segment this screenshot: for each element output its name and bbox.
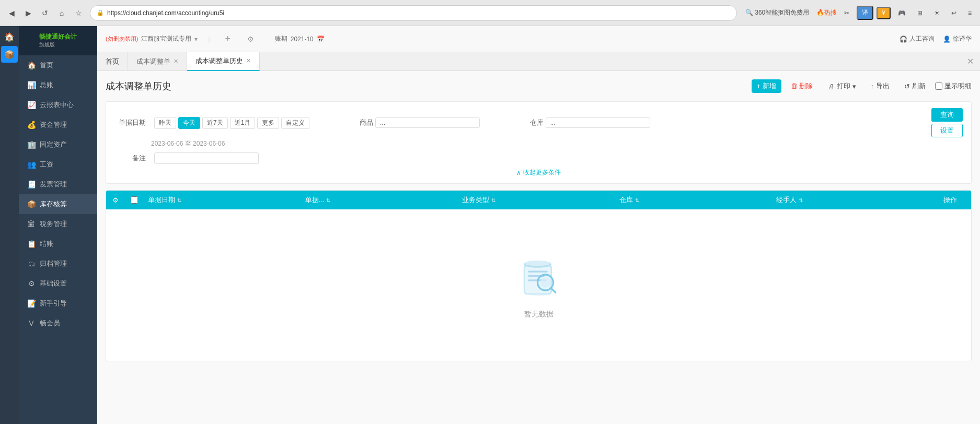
sidebar-item-settings[interactable]: ⚙ 基础设置 bbox=[19, 274, 97, 293]
refresh-button[interactable]: ↺ bbox=[38, 6, 52, 20]
user-name-text: 徐译华 bbox=[953, 34, 972, 43]
company-selector[interactable]: (勿删勿禁用) 江西服宝测试专用 ▾ bbox=[106, 34, 198, 43]
sidebar-item-salary[interactable]: 👥 工资 bbox=[19, 155, 97, 174]
sidebar-item-funds[interactable]: 💰 资金管理 bbox=[19, 115, 97, 135]
menu-btn[interactable]: ≡ bbox=[964, 7, 976, 19]
sidebar-item-label: 资金管理 bbox=[40, 120, 67, 129]
tab-cost-adjust-close[interactable]: ✕ bbox=[174, 58, 178, 65]
th-number[interactable]: 单据... ⇅ bbox=[301, 195, 458, 205]
hot-search-label[interactable]: 🔥热搜 bbox=[816, 8, 837, 17]
sidebar-item-reports[interactable]: 📈 云报表中心 bbox=[19, 95, 97, 115]
add-button[interactable]: + 新增 bbox=[752, 79, 781, 93]
undo-btn[interactable]: ↩ bbox=[947, 7, 961, 19]
show-columns-text: 显示明细 bbox=[944, 81, 972, 91]
export-icon: ↑ bbox=[871, 83, 874, 90]
tab-bar-close-all[interactable]: ✕ bbox=[961, 56, 980, 66]
brightness-btn[interactable]: ☀ bbox=[930, 7, 944, 19]
print-button[interactable]: 🖨 打印 ▾ bbox=[823, 79, 861, 93]
tab-cost-adjust-history-close[interactable]: ✕ bbox=[246, 57, 251, 64]
tab-home[interactable]: 首页 bbox=[97, 52, 128, 71]
sidebar-item-home[interactable]: 🏠 首页 bbox=[19, 55, 97, 75]
sidebar-item-tax[interactable]: 🏛 税务管理 bbox=[19, 214, 97, 234]
date-filter-label: 单据日期 bbox=[114, 118, 146, 127]
th-number-label: 单据... bbox=[305, 195, 325, 205]
sidebar-item-closing[interactable]: 📋 结账 bbox=[19, 234, 97, 254]
export-button[interactable]: ↑ 导出 bbox=[866, 79, 895, 93]
sidebar-item-ledger[interactable]: 📊 总账 bbox=[19, 75, 97, 95]
warehouse-select[interactable]: ... bbox=[546, 117, 650, 128]
search-icon: 🔍 bbox=[745, 9, 753, 16]
gold-btn[interactable]: ¥ bbox=[877, 7, 891, 19]
th-settings[interactable]: ⚙ bbox=[106, 196, 125, 204]
add-tab-button[interactable]: + bbox=[221, 32, 235, 46]
tab-cost-adjust[interactable]: 成本调整单 ✕ bbox=[128, 52, 187, 71]
th-operator-label: 经手人 bbox=[776, 195, 797, 205]
collapse-button[interactable]: ∧ 收起更多条件 bbox=[114, 168, 963, 177]
date-btn-more[interactable]: 更多 bbox=[257, 117, 279, 129]
forward-button[interactable]: ▶ bbox=[21, 6, 36, 20]
topbar-settings-button[interactable]: ⚙ bbox=[244, 32, 258, 46]
show-columns-checkbox[interactable] bbox=[935, 83, 942, 90]
address-bar[interactable]: 🔒 https://cloud.chanjet.com/accounting/u… bbox=[90, 5, 737, 21]
sort-icon-number: ⇅ bbox=[326, 197, 330, 203]
date-button-group: 昨天 今天 近7天 近1月 更多 自定义 bbox=[154, 117, 309, 129]
sidebar-item-label: 云报表中心 bbox=[40, 100, 74, 110]
select-all-checkbox[interactable] bbox=[131, 196, 138, 204]
app-logo-sub: 旗舰版 bbox=[39, 41, 77, 49]
svg-point-10 bbox=[524, 261, 550, 266]
sidebar-item-fixed-assets[interactable]: 🏢 固定资产 bbox=[19, 135, 97, 155]
support-button[interactable]: 🎧 人工咨询 bbox=[900, 34, 935, 43]
query-button[interactable]: 查询 bbox=[931, 108, 963, 122]
salary-icon: 👥 bbox=[27, 160, 36, 169]
topbar-sep1: | bbox=[208, 35, 210, 43]
date-btn-custom[interactable]: 自定义 bbox=[281, 117, 309, 129]
sidebar-item-archive[interactable]: 🗂 归档管理 bbox=[19, 254, 97, 274]
back-button[interactable]: ◀ bbox=[4, 6, 19, 20]
date-btn-yesterday[interactable]: 昨天 bbox=[154, 117, 176, 129]
date-btn-today[interactable]: 今天 bbox=[178, 117, 200, 129]
user-button[interactable]: 👤 徐译华 bbox=[943, 34, 972, 43]
refresh-button[interactable]: ↺ 刷新 bbox=[899, 79, 931, 93]
th-biz-type[interactable]: 业务类型 ⇅ bbox=[458, 195, 615, 205]
app-container: 🏠 📦 畅捷通好会计 旗舰版 🏠 首页 📊 总账 📈 云报表中心 💰 资金管理 … bbox=[0, 26, 980, 424]
delete-button[interactable]: 🗑 删除 bbox=[786, 79, 818, 93]
browser-tools: 🔍 360智能抠图免费用 🔥热搜 ✂ 译 ¥ 🎮 ⊞ ☀ ↩ ≡ bbox=[741, 6, 976, 20]
sidebar-item-inventory[interactable]: 📦 库存核算 bbox=[19, 194, 97, 214]
sidebar-item-vip[interactable]: V 畅会员 bbox=[19, 313, 97, 333]
sidebar-item-invoice[interactable]: 🧾 发票管理 bbox=[19, 174, 97, 194]
sort-icon-warehouse: ⇅ bbox=[635, 197, 639, 203]
guide-icon: 📝 bbox=[27, 299, 36, 308]
sidebar-item-label: 总账 bbox=[40, 80, 53, 90]
grid-btn[interactable]: ⊞ bbox=[913, 7, 927, 19]
closing-icon: 📋 bbox=[27, 240, 36, 248]
remark-input[interactable] bbox=[154, 152, 259, 164]
rail-icon-home[interactable]: 🏠 bbox=[1, 28, 18, 45]
home-button[interactable]: ⌂ bbox=[54, 6, 69, 20]
goods-dots: ... bbox=[380, 119, 385, 126]
period-info: 账期 2021-10 📅 bbox=[275, 34, 325, 43]
th-warehouse[interactable]: 仓库 ⇅ bbox=[615, 195, 773, 205]
company-name-text: 江西服宝测试专用 bbox=[141, 34, 191, 43]
th-checkbox-all[interactable] bbox=[125, 196, 144, 204]
th-date[interactable]: 单据日期 ⇅ bbox=[144, 195, 301, 205]
filter-settings-button[interactable]: 设置 bbox=[931, 124, 963, 137]
goods-select[interactable]: ... bbox=[375, 117, 480, 128]
date-range-text: 2023-06-06 至 2023-06-06 bbox=[151, 139, 225, 148]
star-button[interactable]: ☆ bbox=[71, 6, 86, 20]
date-btn-7days[interactable]: 近7天 bbox=[202, 117, 228, 129]
th-operator[interactable]: 经手人 ⇅ bbox=[772, 195, 929, 205]
search-tool-btn[interactable]: 🔍 360智能抠图免费用 bbox=[741, 6, 813, 19]
sidebar-item-guide[interactable]: 📝 新手引导 bbox=[19, 293, 97, 313]
translate-btn[interactable]: 译 bbox=[857, 6, 873, 20]
scissors-btn[interactable]: ✂ bbox=[840, 7, 854, 19]
rail-icon-active[interactable]: 📦 bbox=[1, 46, 18, 63]
game-btn[interactable]: 🎮 bbox=[894, 7, 910, 19]
tab-cost-adjust-history[interactable]: 成本调整单历史 ✕ bbox=[187, 52, 260, 71]
user-icon: 👤 bbox=[943, 36, 951, 43]
page-header: 成本调整单历史 + 新增 🗑 删除 🖨 打印 ▾ ↑ 导出 ↺ bbox=[106, 79, 972, 93]
sidebar-item-label: 新手引导 bbox=[40, 299, 67, 308]
remark-label: 备注 bbox=[114, 154, 146, 163]
empty-text: 暂无数据 bbox=[524, 310, 554, 319]
show-columns-label[interactable]: 显示明细 bbox=[935, 81, 972, 91]
date-btn-month[interactable]: 近1月 bbox=[230, 117, 256, 129]
